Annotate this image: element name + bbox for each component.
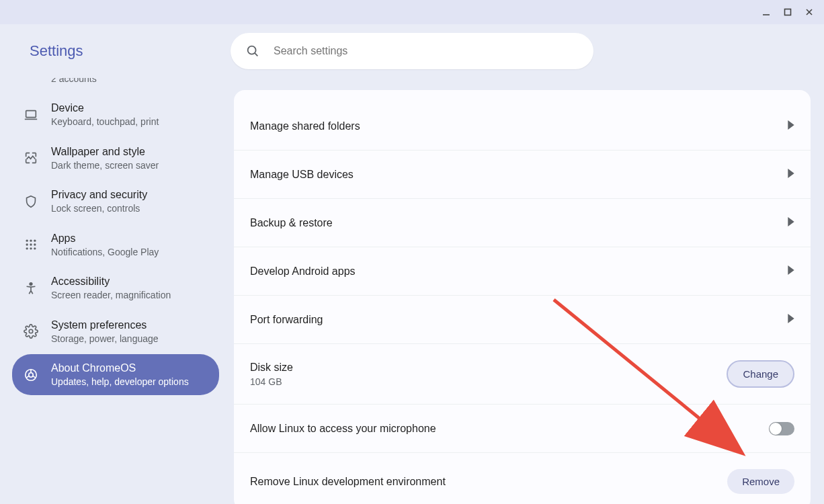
sidebar-item-accounts[interactable]: Accounts2 accounts bbox=[12, 78, 219, 91]
svg-point-21 bbox=[29, 329, 33, 333]
row-label: Backup & restore bbox=[250, 217, 788, 229]
chevron-right-icon bbox=[788, 217, 794, 229]
window-maximize-button[interactable] bbox=[778, 3, 797, 22]
layout: Accounts2 accounts DeviceKeyboard, touch… bbox=[0, 78, 824, 504]
sidebar-item-privacy[interactable]: Privacy and securityLock screen, control… bbox=[12, 181, 219, 221]
close-icon bbox=[805, 8, 813, 16]
row-allow-microphone: Allow Linux to access your microphone bbox=[234, 405, 811, 453]
svg-point-16 bbox=[34, 244, 36, 246]
svg-point-15 bbox=[30, 244, 32, 246]
sidebar-item-wallpaper[interactable]: Wallpaper and styleDark theme, screen sa… bbox=[12, 138, 219, 178]
sidebar-item-label: Device bbox=[51, 101, 159, 116]
svg-point-4 bbox=[248, 46, 256, 54]
row-disk-size: Disk size 104 GB Change bbox=[234, 344, 811, 405]
window-close-button[interactable] bbox=[800, 3, 819, 22]
row-label: Develop Android apps bbox=[250, 265, 788, 278]
svg-line-26 bbox=[33, 376, 36, 378]
sidebar-item-sub: Storage, power, language bbox=[51, 333, 159, 345]
row-label: Port forwarding bbox=[250, 314, 788, 326]
row-label: Disk size bbox=[250, 362, 727, 374]
sidebar-item-system-preferences[interactable]: System preferencesStorage, power, langua… bbox=[12, 311, 219, 351]
titlebar bbox=[0, 0, 824, 24]
svg-point-19 bbox=[34, 247, 36, 249]
laptop-icon bbox=[22, 106, 40, 124]
sidebar-item-apps[interactable]: AppsNotifications, Google Play bbox=[12, 224, 219, 265]
sidebar-item-sub: Keyboard, touchpad, print bbox=[51, 116, 159, 128]
sidebar-item-label: Privacy and security bbox=[51, 187, 147, 202]
sidebar-item-label: About ChromeOS bbox=[51, 361, 189, 376]
search-icon bbox=[245, 44, 260, 58]
sidebar-item-about-chromeos[interactable]: About ChromeOSUpdates, help, developer o… bbox=[12, 354, 219, 394]
chevron-right-icon bbox=[788, 169, 794, 181]
svg-point-14 bbox=[26, 244, 28, 246]
apps-icon bbox=[22, 235, 40, 254]
svg-rect-9 bbox=[26, 110, 36, 117]
row-label: Allow Linux to access your microphone bbox=[250, 423, 769, 435]
svg-rect-1 bbox=[785, 9, 791, 15]
maximize-icon bbox=[784, 8, 792, 16]
svg-point-11 bbox=[26, 240, 28, 242]
main-content: Manage shared folders Manage USB devices… bbox=[231, 78, 824, 504]
sidebar-item-label: Apps bbox=[51, 231, 159, 246]
row-remove-linux: Remove Linux development environment Rem… bbox=[234, 453, 811, 504]
svg-point-12 bbox=[30, 240, 32, 242]
remove-button[interactable]: Remove bbox=[727, 469, 794, 494]
page-title: Settings bbox=[30, 42, 83, 60]
svg-point-13 bbox=[34, 240, 36, 242]
row-backup-restore[interactable]: Backup & restore bbox=[234, 199, 811, 247]
minimize-icon bbox=[761, 7, 771, 17]
sidebar-item-sub: Notifications, Google Play bbox=[51, 246, 159, 259]
row-sub: 104 GB bbox=[250, 376, 727, 387]
chevron-right-icon bbox=[788, 120, 794, 132]
svg-point-23 bbox=[29, 372, 33, 376]
sidebar-item-label: Accessibility bbox=[51, 274, 171, 289]
window-minimize-button[interactable] bbox=[757, 3, 776, 22]
sidebar-item-device[interactable]: DeviceKeyboard, touchpad, print bbox=[12, 94, 219, 134]
sidebar-item-accessibility[interactable]: AccessibilityScreen reader, magnificatio… bbox=[12, 267, 219, 308]
settings-card: Manage shared folders Manage USB devices… bbox=[234, 90, 811, 504]
chevron-right-icon bbox=[788, 265, 794, 278]
microphone-toggle[interactable] bbox=[769, 422, 794, 435]
shield-icon bbox=[22, 192, 40, 211]
accessibility-icon bbox=[22, 279, 40, 298]
sidebar-item-sub: Lock screen, controls bbox=[51, 202, 147, 215]
search-input[interactable] bbox=[274, 45, 579, 57]
row-develop-android-apps[interactable]: Develop Android apps bbox=[234, 247, 811, 296]
svg-point-20 bbox=[30, 282, 32, 285]
header: Settings bbox=[0, 24, 824, 78]
sidebar-item-label: System preferences bbox=[51, 318, 159, 333]
sidebar-item-sub: 2 accounts bbox=[51, 78, 97, 85]
svg-point-17 bbox=[26, 247, 28, 249]
row-label: Manage shared folders bbox=[250, 120, 788, 132]
change-button[interactable]: Change bbox=[727, 360, 794, 388]
svg-point-18 bbox=[30, 247, 32, 249]
row-manage-usb-devices[interactable]: Manage USB devices bbox=[234, 151, 811, 199]
row-manage-shared-folders[interactable]: Manage shared folders bbox=[234, 102, 811, 151]
sidebar: Accounts2 accounts DeviceKeyboard, touch… bbox=[0, 78, 231, 504]
gear-icon bbox=[22, 322, 40, 341]
chevron-right-icon bbox=[788, 314, 794, 326]
sidebar-item-label: Wallpaper and style bbox=[51, 144, 159, 159]
row-label: Manage USB devices bbox=[250, 169, 788, 181]
svg-line-25 bbox=[26, 376, 29, 378]
face-icon bbox=[22, 78, 40, 81]
row-port-forwarding[interactable]: Port forwarding bbox=[234, 296, 811, 344]
svg-line-5 bbox=[255, 53, 257, 56]
search-field[interactable] bbox=[231, 33, 593, 69]
row-label: Remove Linux development environment bbox=[250, 476, 727, 488]
wallpaper-icon bbox=[22, 149, 40, 167]
chrome-icon bbox=[22, 366, 40, 384]
sidebar-item-sub: Updates, help, developer options bbox=[51, 376, 189, 388]
sidebar-item-sub: Screen reader, magnification bbox=[51, 289, 171, 302]
sidebar-item-sub: Dark theme, screen saver bbox=[51, 159, 159, 172]
